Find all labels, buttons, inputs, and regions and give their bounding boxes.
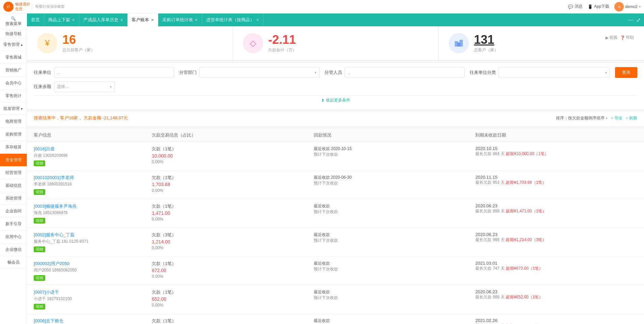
customer-name[interactable]: [0001020001]李老师 [34, 175, 152, 181]
tab-purchase-order-close[interactable]: ✕ [195, 18, 198, 22]
overdue-link[interactable]: 超期¥1,703.68（1笔） [506, 180, 546, 185]
sidebar-item-retail-mall[interactable]: 零售商城 [0, 51, 27, 64]
sidebar-item-enterprise-collab[interactable]: 企业协同 [0, 205, 27, 218]
sidebar-search-label: 搜索菜单 [2, 21, 25, 27]
recovery-cell: 最近收款 预计下次收款 [314, 232, 476, 243]
overdue-cell: 2021.02.26 最长欠款 750 天 超期¥455.90（1笔） [475, 318, 637, 324]
tab-product-listing[interactable]: 商品上下架 ✕ [44, 13, 79, 26]
debt-count: 欠款（3笔） [152, 232, 314, 238]
customer-name[interactable]: [0003]畅捷服务尹海燕 [34, 203, 152, 209]
sidebar-item-app-center[interactable]: 应用中心 [0, 231, 27, 243]
tab-inbound-stats[interactable]: 进货单统计表（按商品） ✕ [202, 13, 263, 26]
overdue-link[interactable]: 超期¥1,471.00（1笔） [506, 209, 546, 213]
table-row: [0002]服务中心_丁磊 服务中心_丁磊 181 0125 8371 现销 欠… [27, 228, 644, 257]
sidebar-item-batch-mgmt[interactable]: 批发管理 ▼ [0, 102, 27, 115]
sidebar-nav[interactable]: 快捷导航 [0, 30, 27, 38]
tab-customer-account[interactable]: 客户账本 ✕ [128, 13, 158, 26]
customer-info-cell: [0002]服务中心_丁磊 服务中心_丁磊 181 0125 8371 现销 [34, 232, 152, 252]
tab-product-listing-close[interactable]: ✕ [72, 18, 75, 22]
filter-dept-label: 分管部门 [179, 69, 197, 76]
sidebar-item-purchase[interactable]: 采购管理 [0, 128, 27, 141]
collapse-btn[interactable]: ⬆ 收起更多条件 [34, 95, 637, 105]
sidebar-item-system[interactable]: 系统管理 [0, 192, 27, 205]
results-area: 搜索结果中，客户16家， 欠款金额 -21,148.07元 排序：按欠款金额倒序… [27, 112, 644, 126]
sidebar-item-inventory[interactable]: 库存核算 [0, 141, 27, 154]
tab-product-history-close[interactable]: ✕ [120, 18, 123, 22]
sidebar-item-enterprise-wechat[interactable]: 企业微信 [0, 243, 27, 256]
logo-text: 畅捷通好生意 [15, 2, 30, 11]
table-row: [0006]去下粮仓 陈小希 现销 欠款（1笔） 455.90 0.00% 最近… [27, 314, 644, 324]
sidebar-item-basic-info[interactable]: 基础信息 [0, 179, 27, 192]
app-icon: 📱 [588, 4, 593, 9]
view-video-btn[interactable]: ▶ 视频 [606, 35, 617, 40]
dept-chevron-icon: ▾ [315, 71, 316, 75]
last-payment: 最近收款 [314, 318, 476, 324]
sidebar-search[interactable]: 🔍 搜索菜单 [0, 13, 27, 30]
col-header-1: 客户信息 [34, 132, 152, 138]
tab-customer-account-close[interactable]: ✕ [151, 18, 154, 22]
avatar: d [614, 2, 624, 11]
filter-balance-placeholder: 选择... [57, 84, 68, 90]
filter-unit-category: 往来单位分类 ▾ [470, 67, 610, 78]
tab-purchase-order[interactable]: 采购订单统计表 ✕ [158, 13, 202, 26]
search-button[interactable]: 查询 [615, 67, 637, 78]
due-date: 2020.06.23 [475, 289, 637, 294]
filter-person-input[interactable]: ... [345, 67, 465, 78]
filter-source-unit-input[interactable]: ... [54, 67, 174, 78]
col-header-2: 欠款交易信息（占比） [152, 132, 314, 138]
overdue-days: 最长欠款 884 天 超期¥10,000.00（1笔） [475, 151, 637, 157]
sidebar-item-retail-mgmt[interactable]: 零售管理 ▲ [0, 38, 27, 51]
tab-bar-minimize[interactable]: — [627, 16, 634, 24]
help-btn[interactable]: ❓ 帮助 [620, 35, 634, 40]
app-download-btn[interactable]: 📱 App下载 [588, 4, 609, 9]
user-menu[interactable]: d demo2 ▾ [614, 2, 641, 11]
chevron-icon: ▲ [20, 43, 23, 47]
customer-name[interactable]: [0007]小进千 [34, 289, 152, 295]
debt-amount: 672.00 [152, 268, 314, 273]
sidebar-item-retail-stats[interactable]: 零售统计 [0, 90, 27, 102]
debt-count: 欠款（1笔） [152, 289, 314, 295]
col-header-4: 到期未收款日期 [475, 132, 637, 138]
overdue-link[interactable]: 超期¥652.00（1笔） [506, 295, 543, 299]
sidebar-item-member-vip[interactable]: 畅会员 [0, 256, 27, 269]
status-badge: 现销 [34, 189, 45, 195]
due-date: 2020.10.15 [475, 146, 637, 151]
sidebar-item-marketing[interactable]: 营销推广 [0, 64, 27, 77]
sidebar-item-member[interactable]: 会员中心 [0, 77, 27, 90]
message-btn[interactable]: 💬 消息 [568, 4, 583, 9]
customer-name[interactable]: [000002]用户2050 [34, 261, 152, 267]
overdue-cell: 2020.06.23 最长欠款 998 天 超期¥652.00（1笔） [475, 289, 637, 300]
customer-name[interactable]: [0016]吕俊 [34, 146, 152, 152]
export-btn[interactable]: ○ 导出 [611, 115, 622, 121]
sidebar-item-finance[interactable]: 资金管理 [0, 154, 27, 167]
tab-product-history[interactable]: 产成品入库单历史 ✕ [79, 13, 128, 26]
tab-inbound-stats-label: 进货单统计表（按商品） [206, 17, 254, 23]
sidebar-item-ecommerce[interactable]: 电商管理 [0, 115, 27, 128]
filter-balance-select[interactable]: 选择... ▾ [54, 81, 115, 92]
sidebar-item-newbie[interactable]: 新手引导 [0, 218, 27, 231]
help-label: 帮助 [626, 35, 634, 40]
filter-dept-select[interactable]: ▾ [199, 67, 319, 78]
overdue-days: 最长欠款 998 天 超期¥1,471.00（1笔） [475, 208, 637, 214]
customer-name[interactable]: [0006]去下粮仓 [34, 318, 152, 324]
overdue-link[interactable]: 超期¥10,000.00（1笔） [506, 151, 549, 156]
sort-select[interactable]: 排序：按欠款金额倒序排序 ▾ [556, 115, 608, 121]
results-header: 搜索结果中，客户16家， 欠款金额 -21,148.07元 排序：按欠款金额倒序… [34, 115, 637, 121]
customer-contact: 用户2050 18665062050 [34, 267, 152, 273]
filter-unit-category-select[interactable]: ▾ [499, 67, 610, 78]
recovery-cell: 最近收款 预计下次收款 [314, 318, 476, 324]
tab-inbound-stats-close[interactable]: ✕ [256, 18, 259, 22]
sidebar-item-operations[interactable]: 经营管理 [0, 167, 27, 179]
debt-pct: 0.00% [152, 303, 314, 307]
debt-info-cell: 欠款（1笔） 455.90 0.00% [152, 318, 314, 324]
overdue-cell: 2021.03.01 最长欠款 747 天 超期¥672.00（1笔） [475, 261, 637, 271]
tab-bar-maximize[interactable]: ⤢ [636, 16, 641, 24]
overdue-link[interactable]: 超期¥672.00（1笔） [506, 266, 543, 271]
tab-home[interactable]: 首页 [27, 13, 44, 26]
customer-name[interactable]: [0002]服务中心_丁磊 [34, 232, 152, 238]
overdue-link[interactable]: 超期¥1,214.00（3笔） [506, 237, 546, 242]
refresh-btn[interactable]: ○ 刷新 [626, 115, 637, 121]
recovery-cell: 最近收款 预计下次收款 [314, 261, 476, 272]
svg-rect-2 [457, 42, 460, 47]
export-label: 导出 [614, 115, 622, 121]
